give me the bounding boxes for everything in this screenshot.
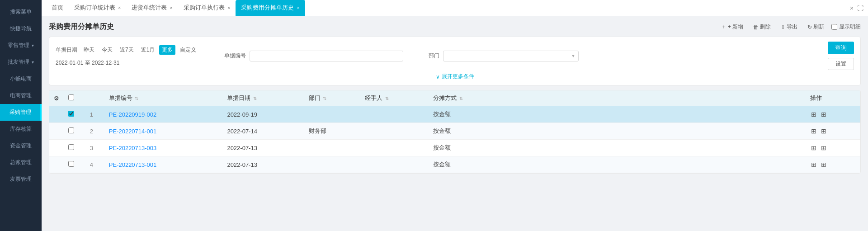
row-checkbox-cell[interactable] — [64, 123, 79, 140]
yesterday-btn[interactable]: 昨天 — [81, 45, 97, 55]
sort-dept-icon: ⇅ — [323, 96, 326, 101]
main-area: 首页采购订单统计表×进货单统计表×采购订单执行表×采购费用分摊单历史××⛶ 采购… — [42, 0, 868, 231]
tab-label: 采购订单执行表 — [184, 4, 225, 12]
tab-进货单统计表[interactable]: 进货单统计表× — [126, 0, 178, 16]
row-doc-no[interactable]: PE-20220919-002 — [104, 106, 223, 123]
row-split-method: 按金额 — [429, 123, 806, 140]
sidebar-item-快捷导航[interactable]: 快捷导航 — [0, 20, 42, 37]
last7days-btn[interactable]: 近7天 — [117, 45, 137, 55]
doc-no-link[interactable]: PE-20220919-002 — [109, 111, 157, 118]
show-columns-label: 显示明细 — [839, 23, 861, 31]
row-edit-icon[interactable]: ⊞ — [810, 143, 817, 152]
row-doc-date: 2022-07-14 — [222, 123, 304, 140]
row-doc-date: 2022-07-13 — [222, 140, 304, 156]
today-btn[interactable]: 今天 — [99, 45, 115, 55]
close-window-icon[interactable]: × — [850, 5, 854, 12]
tab-close-icon[interactable]: × — [118, 5, 121, 10]
export-button[interactable]: ⇧ 导出 — [778, 22, 800, 32]
dept-select[interactable]: 财务部 — [443, 51, 579, 61]
refresh-button[interactable]: ↻ 刷新 — [805, 22, 827, 32]
row-detail-icon[interactable]: ⊞ — [820, 143, 827, 152]
row-checkbox[interactable] — [68, 161, 74, 167]
sidebar: 搜索菜单快捷导航零售管理 ▾批发管理 ▾小畅电商电商管理采购管理库存核算资金管理… — [0, 0, 42, 231]
maximize-window-icon[interactable]: ⛶ — [857, 5, 863, 12]
table-row: 3 PE-20220713-003 2022-07-13 按金额 ⊞ ⊞ — [49, 140, 860, 156]
tab-close-icon[interactable]: × — [227, 5, 230, 10]
show-columns-toggle[interactable]: 显示明细 — [831, 23, 861, 31]
filter-settings-button[interactable]: 设置 — [828, 58, 854, 70]
tab-close-icon[interactable]: × — [297, 5, 299, 10]
select-all-checkbox[interactable] — [68, 94, 74, 100]
col-dept[interactable]: 部门 ⇅ — [304, 90, 360, 106]
content-area: 采购费用分摊单历史 ＋ + 新增 🗑 删除 ⇧ 导出 ↻ 刷新 — [42, 16, 868, 231]
row-checkbox-cell[interactable] — [64, 106, 79, 123]
row-doc-no[interactable]: PE-20220713-003 — [104, 140, 223, 156]
refresh-icon: ↻ — [807, 24, 812, 30]
row-checkbox-cell[interactable] — [64, 156, 79, 173]
row-checkbox[interactable] — [68, 111, 74, 117]
tab-采购订单统计表[interactable]: 采购订单统计表× — [69, 0, 126, 16]
show-columns-checkbox[interactable] — [831, 24, 837, 30]
row-split-method: 按金额 — [429, 106, 806, 123]
tab-label: 首页 — [52, 4, 63, 12]
sidebar-item-零售管理[interactable]: 零售管理 ▾ — [0, 37, 42, 54]
col-doc-no[interactable]: 单据编号 ⇅ — [104, 90, 223, 106]
more-btn[interactable]: 更多 — [159, 45, 175, 55]
row-handler — [360, 123, 429, 140]
row-number: 1 — [79, 106, 104, 123]
row-edit-icon[interactable]: ⊞ — [810, 110, 817, 119]
table-body: 1 PE-20220919-002 2022-09-19 按金额 ⊞ ⊞ 2 P… — [49, 106, 860, 173]
add-button[interactable]: ＋ + 新增 — [718, 22, 746, 32]
row-edit-icon[interactable]: ⊞ — [810, 160, 817, 169]
custom-btn[interactable]: 自定义 — [177, 45, 199, 55]
sidebar-item-资金管理[interactable]: 资金管理 — [0, 137, 42, 154]
doc-no-link[interactable]: PE-20220713-001 — [109, 161, 157, 168]
toolbar: ＋ + 新增 🗑 删除 ⇧ 导出 ↻ 刷新 显示明细 — [718, 22, 861, 32]
col-handler[interactable]: 经手人 ⇅ — [360, 90, 429, 106]
sidebar-item-采购管理[interactable]: 采购管理 — [0, 104, 42, 121]
sidebar-item-搜索菜单[interactable]: 搜索菜单 — [0, 4, 42, 20]
sidebar-item-发票管理[interactable]: 发票管理 — [0, 171, 42, 188]
col-dept-label: 部门 — [309, 94, 321, 101]
doc-no-link[interactable]: PE-20220714-001 — [109, 128, 157, 135]
col-split-method[interactable]: 分摊方式 ⇅ — [429, 90, 806, 106]
sidebar-item-电商管理[interactable]: 电商管理 — [0, 87, 42, 104]
export-icon: ⇧ — [781, 24, 785, 30]
col-settings[interactable]: ⚙ — [49, 90, 64, 106]
row-doc-no[interactable]: PE-20220714-001 — [104, 123, 223, 140]
row-settings — [49, 140, 64, 156]
page-title: 采购费用分摊单历史 — [49, 22, 114, 32]
delete-icon: 🗑 — [753, 24, 759, 30]
row-detail-icon[interactable]: ⊞ — [820, 127, 827, 136]
date-quick-btns: 昨天 今天 近7天 近1月 更多 自定义 — [81, 45, 199, 55]
expand-more-btn[interactable]: ∨ 展开更多条件 — [56, 73, 854, 80]
row-split-method: 按金额 — [429, 140, 806, 156]
tab-label: 采购订单统计表 — [74, 4, 115, 12]
row-actions: ⊞ ⊞ — [806, 106, 860, 123]
sidebar-item-小畅电商[interactable]: 小畅电商 — [0, 71, 42, 87]
sidebar-item-批发管理[interactable]: 批发管理 ▾ — [0, 54, 42, 71]
row-detail-icon[interactable]: ⊞ — [820, 160, 827, 169]
query-button[interactable]: 查询 — [828, 42, 854, 54]
tab-close-icon[interactable]: × — [170, 5, 172, 10]
sidebar-item-总账管理[interactable]: 总账管理 — [0, 154, 42, 171]
refresh-label: 刷新 — [813, 23, 824, 31]
row-checkbox-cell[interactable] — [64, 140, 79, 156]
row-detail-icon[interactable]: ⊞ — [820, 110, 827, 119]
sidebar-item-库存核算[interactable]: 库存核算 — [0, 121, 42, 137]
row-doc-no[interactable]: PE-20220713-001 — [104, 156, 223, 173]
row-handler — [360, 156, 429, 173]
tab-采购费用分摊单历史[interactable]: 采购费用分摊单历史× — [236, 0, 305, 16]
doc-no-link[interactable]: PE-20220713-003 — [109, 145, 157, 151]
row-checkbox[interactable] — [68, 127, 74, 133]
row-checkbox[interactable] — [68, 144, 74, 150]
row-actions: ⊞ ⊞ — [806, 156, 860, 173]
tab-采购订单执行表[interactable]: 采购订单执行表× — [178, 0, 236, 16]
tab-首页[interactable]: 首页 — [46, 0, 69, 16]
last1month-btn[interactable]: 近1月 — [138, 45, 158, 55]
col-doc-date[interactable]: 单据日期 ⇅ — [222, 90, 304, 106]
delete-button[interactable]: 🗑 删除 — [750, 22, 774, 32]
doc-no-input[interactable] — [250, 51, 403, 61]
expand-more-label: 展开更多条件 — [442, 73, 474, 80]
row-edit-icon[interactable]: ⊞ — [810, 127, 817, 136]
